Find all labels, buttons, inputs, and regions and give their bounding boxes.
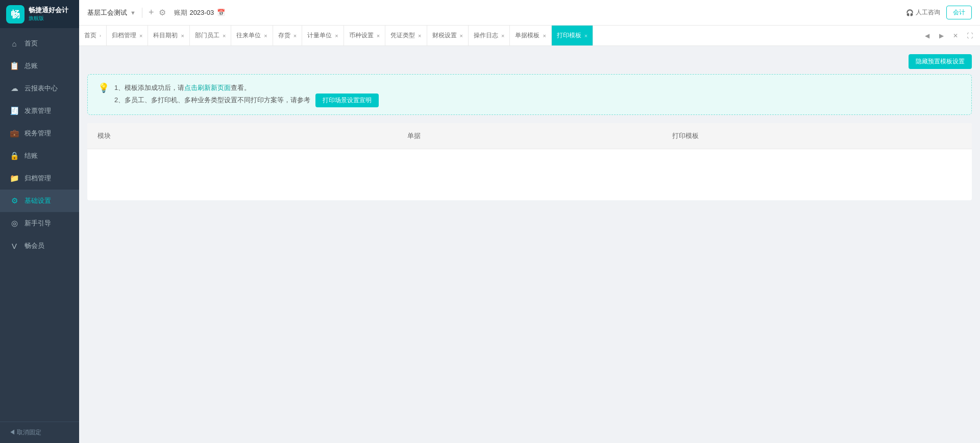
print-explain-button[interactable]: 打印场景设置宣明 — [315, 94, 379, 107]
sidebar-label-reports: 云报表中心 — [24, 84, 58, 93]
settings-icon: ⚙ — [9, 196, 19, 206]
divider — [142, 8, 142, 18]
sidebar-item-home[interactable]: ⌂ 首页 — [0, 32, 79, 55]
tab-close-tax_settings[interactable]: × — [460, 33, 463, 39]
cancel-fixed-button[interactable]: ◀ 取消固定 — [0, 422, 79, 443]
ledger-icon: 📋 — [9, 61, 19, 71]
tab-close-currency[interactable]: × — [377, 33, 380, 39]
tab-label-vendor: 往来单位 — [236, 31, 261, 40]
tab-close-single_template[interactable]: × — [543, 33, 546, 39]
tab-vendor[interactable]: 往来单位× — [231, 26, 273, 45]
sidebar-item-member[interactable]: V 畅会员 — [0, 235, 79, 257]
topbar-right: 🎧 人工咨询 会计 — [906, 6, 972, 19]
info-box: 💡 1、模板添加成功后，请点击刷新新页面查看。 2、多员工、多打印机、多种业务类… — [87, 74, 972, 115]
org-selector[interactable]: 基层工会测试 ▼ — [87, 8, 136, 17]
tab-home[interactable]: 首页› — [79, 26, 107, 45]
support-button[interactable]: 🎧 人工咨询 — [906, 8, 940, 17]
tab-unit[interactable]: 计量单位× — [302, 26, 344, 45]
sidebar-item-guide[interactable]: ◎ 新手引导 — [0, 212, 79, 235]
sidebar-item-settings[interactable]: ⚙ 基础设置 — [0, 190, 79, 212]
sidebar-label-settings: 基础设置 — [24, 196, 51, 205]
tab-label-inventory: 存货 — [278, 31, 290, 40]
hide-preview-button[interactable]: 隐藏预置模板设置 — [909, 54, 972, 69]
reports-icon: ☁ — [9, 83, 19, 94]
support-label: 人工咨询 — [916, 8, 940, 17]
tab-inventory[interactable]: 存货× — [273, 26, 302, 45]
period-label: 账期 — [174, 8, 187, 17]
sidebar-label-ledger: 总账 — [24, 61, 38, 71]
chevron-down-icon: ▼ — [130, 10, 136, 16]
sidebar-item-reports[interactable]: ☁ 云报表中心 — [0, 77, 79, 100]
tab-close-voucher_type[interactable]: × — [418, 33, 421, 39]
sidebar-nav: ⌂ 首页 📋 总账 ☁ 云报表中心 🧾 发票管理 💼 税务管理 🔒 结账 📁 归… — [0, 28, 79, 422]
tab-scroll-right[interactable]: ▶ — [935, 30, 947, 42]
tab-department[interactable]: 部门员工× — [190, 26, 231, 45]
tab-expand[interactable]: ⛶ — [964, 30, 976, 42]
info-line2-prefix: 2、多员工、多打印机、多种业务类型设置不同打印方案等，请参考 — [114, 96, 310, 104]
tab-archive[interactable]: 归档管理× — [107, 26, 148, 45]
col-module: 模块 — [87, 128, 397, 144]
tab-subject[interactable]: 科目期初× — [148, 26, 189, 45]
tax-icon: 💼 — [9, 128, 19, 138]
tab-print_template[interactable]: 打印模板× — [552, 26, 593, 45]
tab-tax_settings[interactable]: 财税设置× — [427, 26, 469, 45]
account-button[interactable]: 会计 — [946, 6, 972, 19]
col-document: 单据 — [397, 128, 663, 144]
tab-label-tax_settings: 财税设置 — [432, 31, 457, 40]
logo-title: 畅捷通好会计 — [29, 6, 68, 14]
tab-close-archive[interactable]: × — [139, 33, 142, 39]
archive-icon: 📁 — [9, 173, 19, 183]
sidebar-item-invoice[interactable]: 🧾 发票管理 — [0, 100, 79, 122]
period-value: 2023-03 — [189, 9, 214, 16]
tab-label-home: 首页 — [84, 31, 96, 40]
info-line1-suffix: 查看。 — [231, 84, 251, 91]
close-icon: 🔒 — [9, 151, 19, 161]
logo-subtitle: 旗舰版 — [29, 15, 68, 22]
member-icon: V — [9, 241, 19, 251]
tab-label-voucher_type: 凭证类型 — [390, 31, 415, 40]
sidebar-item-ledger[interactable]: 📋 总账 — [0, 55, 79, 77]
info-line-1: 1、模板添加成功后，请点击刷新新页面查看。 — [114, 82, 961, 94]
sidebar-label-invoice: 发票管理 — [24, 106, 51, 115]
tab-close-print_template[interactable]: × — [584, 33, 587, 39]
table-body — [87, 149, 972, 200]
tab-label-currency: 币种设置 — [349, 31, 374, 40]
tab-label-single_template: 单据模板 — [515, 31, 540, 40]
tab-label-print_template: 打印模板 — [557, 31, 581, 40]
tab-close-vendor[interactable]: × — [264, 33, 267, 39]
sidebar-label-close: 结账 — [24, 151, 38, 160]
tab-currency[interactable]: 币种设置× — [344, 26, 385, 45]
add-org-button[interactable]: + — [149, 7, 154, 18]
tab-close-all[interactable]: ✕ — [949, 30, 962, 42]
tabbar-controls: ◀ ▶ ✕ ⛶ — [917, 26, 980, 45]
sidebar-item-archive[interactable]: 📁 归档管理 — [0, 167, 79, 190]
logo-text: 畅捷通好会计 旗舰版 — [29, 6, 68, 22]
period-selector[interactable]: 账期 2023-03 📅 — [174, 8, 225, 17]
main-area: 基层工会测试 ▼ + ⚙ 账期 2023-03 📅 🎧 人工咨询 会计 首页›归… — [79, 0, 980, 443]
sidebar-label-tax: 税务管理 — [24, 129, 51, 138]
tab-close-unit[interactable]: × — [335, 33, 338, 39]
tab-voucher_type[interactable]: 凭证类型× — [385, 26, 427, 45]
info-box-content: 1、模板添加成功后，请点击刷新新页面查看。 2、多员工、多打印机、多种业务类型设… — [114, 82, 961, 107]
tab-close-department[interactable]: × — [223, 33, 226, 39]
print-template-table: 模块 单据 打印模板 — [87, 123, 972, 200]
home-icon: ⌂ — [9, 38, 19, 49]
tab-single_template[interactable]: 单据模板× — [510, 26, 551, 45]
tabbar: 首页›归档管理×科目期初×部门员工×往来单位×存货×计量单位×币种设置×凭证类型… — [79, 26, 980, 46]
tab-scroll-left[interactable]: ◀ — [921, 30, 933, 42]
refresh-link[interactable]: 点击刷新新页面 — [184, 84, 231, 91]
tab-label-operation_log: 操作日志 — [474, 31, 498, 40]
sidebar-item-close[interactable]: 🔒 结账 — [0, 145, 79, 167]
tab-arrow-home: › — [100, 33, 101, 38]
col-print-template: 打印模板 — [662, 128, 972, 144]
tab-label-department: 部门员工 — [195, 31, 219, 40]
sidebar-item-tax[interactable]: 💼 税务管理 — [0, 122, 79, 145]
org-settings-button[interactable]: ⚙ — [159, 8, 166, 17]
tab-operation_log[interactable]: 操作日志× — [469, 26, 510, 45]
tab-close-operation_log[interactable]: × — [501, 33, 504, 39]
sidebar-label-archive: 归档管理 — [24, 174, 51, 183]
sidebar-label-guide: 新手引导 — [24, 219, 51, 228]
tab-close-inventory[interactable]: × — [293, 33, 297, 39]
tab-close-subject[interactable]: × — [181, 33, 184, 39]
guide-icon: ◎ — [9, 218, 19, 228]
